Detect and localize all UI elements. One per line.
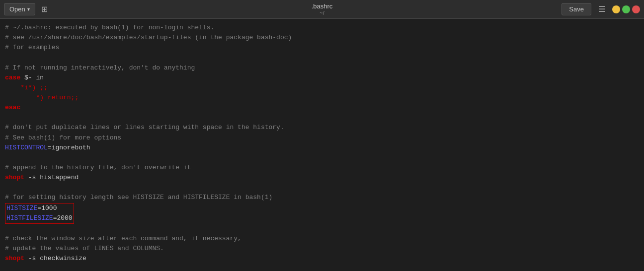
open-arrow-icon: ▾ [27,6,30,12]
highlighted-var-box: HISTFILESIZE=2000 [6,214,73,222]
code-line: case $- in [5,73,639,83]
menu-button[interactable]: ☰ [595,2,608,16]
var-value: 2000 [57,214,72,222]
open-label: Open [9,5,25,13]
var-name: HISTFILESIZE [6,214,53,222]
code-line: shopt -s histappend [5,173,639,183]
var-value: ignoreboth [52,144,90,151]
title-bar-right: Save ☰ [562,2,640,16]
code-line: HISTCONTROL=ignoreboth [5,143,639,153]
highlighted-var-box: HISTSIZE=1000 [6,204,57,212]
equals: = [48,144,52,151]
code-line: # check the window size after each comma… [5,234,639,244]
var-name: HISTCONTROL [5,144,48,151]
title-bar-center: .bashrc ~/ [312,2,333,16]
window-controls [612,5,640,13]
code-line: # update the values of LINES and COLUMNS… [5,244,639,254]
hist-highlight-box: HISTSIZE=1000HISTFILESIZE=2000 [5,203,74,224]
empty-line [5,53,639,63]
code-rest: -s checkwinsize [24,255,86,262]
code-line: # for setting history length see HISTSIZ… [5,193,639,203]
maximize-button[interactable] [622,5,630,13]
title-bar: Open ▾ ⊞ .bashrc ~/ Save ☰ [0,0,644,19]
file-icon-button[interactable]: ⊞ [38,2,51,16]
code-line: # see /usr/share/doc/bash/examples/start… [5,33,639,43]
empty-line [5,183,639,193]
keyword: shopt [5,255,24,262]
file-title: .bashrc [312,2,333,10]
editor-area[interactable]: # ~/.bashrc: executed by bash(1) for non… [0,19,644,271]
code-line: # don't put duplicate lines or lines sta… [5,123,639,133]
keyword: esac [5,104,20,111]
var-value: 1000 [41,204,57,212]
code-line: esac [5,103,639,113]
close-button[interactable] [632,5,640,13]
empty-line [5,153,639,163]
code-line: # append to the history file, don't over… [5,163,639,173]
code-line: HISTSIZE=1000 [6,203,73,213]
code-line: # If not running interactively, don't do… [5,63,639,73]
code-line: *) return;; [5,93,639,103]
code-line: HISTFILESIZE=2000 [6,213,73,223]
code-line: shopt -s checkwinsize [5,254,639,264]
keyword: shopt [5,174,24,181]
code-line: # for examples [5,43,639,53]
code-rest: -s histappend [24,174,79,181]
open-button[interactable]: Open ▾ [4,3,35,15]
file-path: ~/ [312,10,333,16]
minimize-button[interactable] [612,5,620,13]
code-line: *i*) ;; [5,83,639,93]
title-bar-left: Open ▾ ⊞ [4,2,51,16]
keyword: case [5,74,20,81]
save-button[interactable]: Save [562,3,591,15]
code-line: # See bash(1) for more options [5,133,639,143]
empty-line [5,264,639,271]
code-rest: $- in [20,74,44,81]
code-line: # ~/.bashrc: executed by bash(1) for non… [5,23,639,33]
empty-line [5,113,639,123]
var-name: HISTSIZE [6,204,37,212]
empty-line [5,224,639,234]
